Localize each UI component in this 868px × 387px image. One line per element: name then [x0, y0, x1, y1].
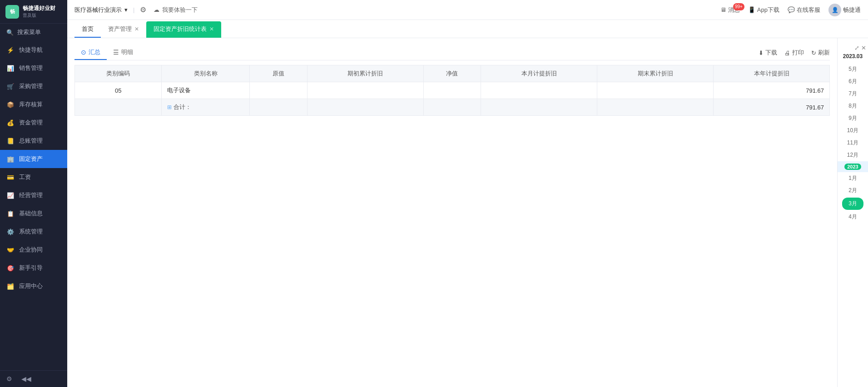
sidebar-item-guide[interactable]: 🎯 新手引导 [0, 259, 67, 277]
sidebar-item-basic-info[interactable]: 📋 基础信息 [0, 204, 67, 223]
app-download-btn[interactable]: 📱 App下载 [748, 6, 779, 14]
rp-2023-month-1[interactable]: 1月 [838, 172, 868, 184]
rp-month-12[interactable]: 12月 [838, 149, 868, 161]
rp-month-5[interactable]: 5月 [838, 63, 868, 75]
nav-label: 总账管理 [19, 137, 43, 145]
print-btn-label: 打印 [792, 49, 804, 57]
search-menu[interactable]: 🔍 搜索菜单 [0, 24, 67, 41]
total-net [423, 99, 481, 116]
settings-footer-icon[interactable]: ⚙ [6, 375, 12, 382]
rp-month-11[interactable]: 11月 [838, 137, 868, 149]
rp-month-7[interactable]: 7月 [838, 88, 868, 100]
total-initial-accum [307, 99, 423, 116]
rp-2023-month-4[interactable]: 4月 [838, 211, 868, 223]
sidebar-header: 畅 畅捷通好业财 普及版 [0, 0, 67, 24]
download-btn[interactable]: ⬇ 下载 [759, 49, 777, 57]
sidebar-item-system[interactable]: ⚙️ 系统管理 [0, 223, 67, 241]
nav-label: 资金管理 [19, 119, 43, 127]
company-selector[interactable]: 医疗器械行业演示 ▾ [74, 6, 128, 14]
topbar-separator: | [133, 6, 134, 13]
tab-home-label: 首页 [82, 25, 94, 33]
quicknav-icon: ⚡ [6, 46, 15, 54]
sidebar-nav: 📊 销售管理 🛒 采购管理 📦 库存核算 💰 资金管理 📒 总账管理 🏢 固定资… [0, 59, 67, 370]
chevron-down-icon: ▾ [124, 6, 128, 13]
experience-label: 我要体验一下 [162, 6, 198, 14]
rp-month-6[interactable]: 6月 [838, 75, 868, 88]
download-label: App下载 [757, 6, 779, 14]
panel-close-icon[interactable]: ✕ [861, 45, 866, 51]
sidebar-item-sales[interactable]: 📊 销售管理 [0, 59, 67, 77]
subtab-detail[interactable]: ☰ 明细 [107, 45, 139, 60]
nav-label: 经营管理 [19, 191, 43, 199]
nav-label: 固定资产 [19, 155, 43, 163]
total-end-accum [597, 99, 714, 116]
total-annual: 791.67 [714, 99, 830, 116]
sidebar-footer: ⚙ ◀◀ [0, 370, 67, 387]
rp-month-9[interactable]: 9月 [838, 112, 868, 124]
online-service-btn[interactable]: 💬 在线客服 [788, 6, 820, 14]
sidebar-item-app-center[interactable]: 🗂️ 应用中心 [0, 277, 67, 295]
experience-btn[interactable]: ☁ 我要体验一下 [154, 6, 198, 14]
tab-depreciation-close-icon[interactable]: ✕ [209, 26, 214, 32]
rp-2023-month-2[interactable]: 2月 [838, 184, 868, 197]
sidebar-item-quicknav[interactable]: ⚡ 快捷导航 [0, 41, 67, 59]
sidebar-title-wrap: 畅捷通好业财 普及版 [23, 5, 55, 19]
user-label: 畅捷通 [843, 6, 861, 14]
topbar-settings-icon[interactable]: ⚙ [140, 5, 146, 14]
tab-home[interactable]: 首页 [74, 21, 101, 38]
message-icon: 🖥 [720, 6, 726, 13]
rp-year-badge: 2023 [844, 164, 861, 170]
col-original: 原值 [250, 65, 308, 82]
sidebar-item-operations[interactable]: 📈 经营管理 [0, 186, 67, 204]
sidebar-item-fixed-assets[interactable]: 🏢 固定资产 [0, 150, 67, 168]
nav-label: 新手引导 [19, 264, 43, 272]
rp-month-8[interactable]: 8月 [838, 100, 868, 112]
sales-icon: 📊 [6, 64, 15, 72]
right-panel-scroll[interactable]: 5月 6月 7月 8月 9月 10月 11月 12月 2023 1月 2月 3月… [838, 63, 868, 383]
download-btn-label: 下载 [765, 49, 777, 57]
sidebar-item-inventory[interactable]: 📦 库存核算 [0, 95, 67, 114]
main-area: 医疗器械行业演示 ▾ | ⚙ ☁ 我要体验一下 🖥 消息 99+ 📱 App下载… [67, 0, 868, 387]
guide-icon: 🎯 [6, 264, 15, 272]
sidebar-item-finance[interactable]: 💰 资金管理 [0, 114, 67, 132]
system-icon: ⚙️ [6, 228, 15, 236]
total-icon: ⊞ [167, 104, 172, 110]
collapse-footer-icon[interactable]: ◀◀ [21, 375, 31, 382]
nav-label: 库存核算 [19, 100, 43, 109]
sidebar-item-payroll[interactable]: 💳 工资 [0, 168, 67, 186]
service-icon: 💬 [788, 6, 795, 13]
messages-btn[interactable]: 🖥 消息 99+ [720, 6, 740, 14]
refresh-btn[interactable]: ↻ 刷新 [811, 49, 830, 57]
tab-asset-mgmt[interactable]: 资产管理 ✕ [101, 21, 146, 38]
rp-2023-month-3[interactable]: 3月 [842, 198, 863, 210]
total-label-cell: ⊞ 合计： [162, 99, 250, 116]
refresh-btn-label: 刷新 [818, 49, 830, 57]
cloud-icon: ☁ [154, 6, 159, 13]
ledger-icon: 📒 [6, 137, 15, 145]
sidebar-item-cooperation[interactable]: 🤝 企业协同 [0, 241, 67, 259]
table-row: 05 电子设备 791.67 [75, 82, 830, 99]
sidebar-item-ledger[interactable]: 📒 总账管理 [0, 132, 67, 150]
cell-net [423, 82, 481, 99]
rp-year-badge-row[interactable]: 2023 [838, 161, 868, 172]
summary-icon: ⊙ [81, 49, 86, 56]
sidebar-item-purchase[interactable]: 🛒 采购管理 [0, 77, 67, 95]
col-monthly: 本月计提折旧 [481, 65, 597, 82]
col-annual: 本年计提折旧 [714, 65, 830, 82]
user-menu[interactable]: 👤 畅捷通 [828, 4, 861, 16]
app-center-icon: 🗂️ [6, 282, 15, 290]
payroll-icon: 💳 [6, 173, 15, 181]
print-btn[interactable]: 🖨 打印 [784, 49, 804, 57]
nav-label: 企业协同 [19, 246, 43, 254]
table-toolbar: ⬇ 下载 🖨 打印 ↻ 刷新 [759, 49, 830, 57]
tab-asset-close-icon[interactable]: ✕ [134, 26, 139, 32]
panel-expand-icon[interactable]: ⤢ [854, 45, 859, 51]
subtab-summary[interactable]: ⊙ 汇总 [74, 45, 107, 60]
cell-name: 电子设备 [162, 82, 250, 99]
rp-month-10[interactable]: 10月 [838, 124, 868, 137]
subtab-detail-label: 明细 [121, 48, 133, 56]
nav-label: 系统管理 [19, 228, 43, 236]
col-initial-accum: 期初累计折旧 [307, 65, 423, 82]
tab-depreciation[interactable]: 固定资产折旧统计表 ✕ [146, 21, 221, 38]
content-area: ⊙ 汇总 ☰ 明细 ⬇ 下载 🖨 打印 [67, 38, 868, 387]
